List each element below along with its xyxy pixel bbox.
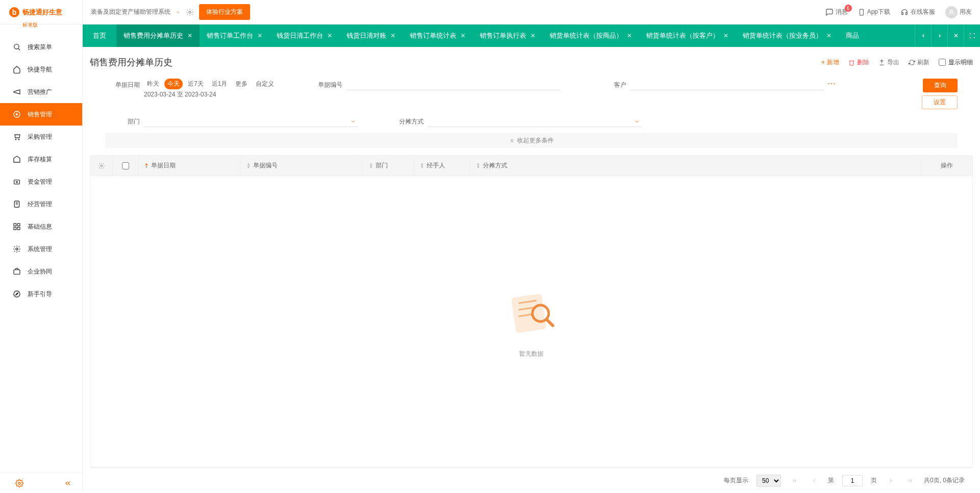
th-handler[interactable]: ▲▼经手人 (414, 156, 470, 176)
refresh-button[interactable]: 刷新 (909, 58, 929, 67)
system-name: 装备及固定资产辅助管理系统 (91, 8, 170, 16)
tab-item-7[interactable]: 销货单统计表（按客户）✕ (639, 24, 736, 47)
settings-icon[interactable] (15, 479, 23, 487)
close-icon[interactable]: ✕ (460, 32, 465, 39)
warehouse-icon (12, 155, 21, 164)
close-icon[interactable]: ✕ (257, 32, 262, 39)
show-detail-checkbox[interactable] (939, 59, 946, 66)
sidebar-item-sales[interactable]: 销售管理 (0, 103, 82, 126)
alloc-select[interactable] (428, 115, 642, 127)
close-icon[interactable]: ✕ (390, 32, 396, 39)
sidebar-item-quicknav[interactable]: 快捷导航 (0, 58, 82, 81)
sidebar-item-system[interactable]: 系统管理 (0, 238, 82, 260)
message-icon (825, 8, 834, 16)
tab-label: 销售订单统计表 (410, 31, 456, 40)
th-alloc[interactable]: ▲▼分摊方式 (470, 156, 921, 176)
user-name: 用友 (960, 8, 972, 16)
tab-item-8[interactable]: 销货单统计表（按业务员）✕ (736, 24, 839, 47)
tabs-close-all[interactable]: ✕ (947, 24, 964, 47)
tab-item-2[interactable]: 钱货日清工作台✕ (270, 24, 339, 47)
sidebar-item-search[interactable]: 搜索菜单 (0, 36, 82, 58)
sidebar-item-label: 快捷导航 (28, 65, 52, 74)
sidebar-item-label: 采购管理 (28, 133, 52, 141)
export-button[interactable]: 导出 (878, 58, 899, 67)
user-menu[interactable]: 用友 (945, 6, 972, 18)
date-opt-yesterday[interactable]: 昨天 (144, 79, 162, 89)
page-input[interactable] (842, 475, 863, 486)
dept-select[interactable] (144, 115, 358, 127)
tabs-scroll-left[interactable] (915, 24, 931, 47)
tab-label: 首页 (93, 31, 106, 40)
svg-line-29 (547, 319, 553, 326)
select-all-checkbox[interactable] (122, 162, 129, 169)
query-button[interactable]: 查询 (923, 79, 958, 92)
tabs-fullscreen[interactable] (964, 24, 980, 47)
sidebar-item-finance[interactable]: 资金管理 (0, 170, 82, 193)
close-icon[interactable]: ✕ (826, 32, 831, 39)
collapse-filters-button[interactable]: 收起更多条件 (105, 133, 958, 148)
sidebar-item-marketing[interactable]: 营销推广 (0, 81, 82, 103)
show-detail-toggle[interactable]: 显示明细 (939, 58, 973, 67)
close-icon[interactable]: ✕ (187, 32, 192, 39)
date-opt-more[interactable]: 更多 (232, 79, 251, 89)
date-opt-1m[interactable]: 近1月 (209, 79, 231, 89)
close-icon[interactable]: ✕ (530, 32, 535, 39)
date-opt-7d[interactable]: 近7天 (185, 79, 207, 89)
collapse-sidebar-icon[interactable] (64, 479, 72, 487)
chevron-down-icon (176, 10, 181, 15)
tab-item-0[interactable]: 销售费用分摊单历史✕ (116, 24, 200, 47)
tabs-scroll-right[interactable] (931, 24, 947, 47)
tab-item-3[interactable]: 钱货日清对账✕ (339, 24, 403, 47)
tab-item-5[interactable]: 销售订单执行表✕ (473, 24, 543, 47)
filter-settings-button[interactable]: 设置 (922, 95, 958, 109)
tab-item-9[interactable]: 商品 (839, 24, 866, 47)
close-icon[interactable]: ✕ (327, 32, 332, 39)
per-page-select[interactable]: 50 (756, 475, 781, 487)
sidebar-item-guide[interactable]: 新手引导 (0, 283, 82, 305)
delete-button[interactable]: 删除 (848, 58, 869, 67)
tab-label: 销货单统计表（按业务员） (743, 31, 822, 40)
filter-panel: 单据日期 昨天 今天 近7天 近1月 更多 自定义 2023 (90, 76, 973, 155)
online-service-button[interactable]: 在线客服 (900, 8, 935, 16)
th-dept[interactable]: ▲▼部门 (363, 156, 414, 176)
customer-picker-icon[interactable]: ⋯ (824, 79, 840, 88)
system-settings-icon[interactable] (186, 8, 194, 16)
sidebar-item-label: 营销推广 (28, 88, 52, 96)
messages-button[interactable]: 消息 6 (825, 8, 848, 16)
date-opt-today[interactable]: 今天 (164, 79, 183, 89)
tab-item-4[interactable]: 销售订单统计表✕ (403, 24, 473, 47)
brand-logo[interactable]: b 畅捷通好生意 (0, 0, 82, 24)
try-plan-button[interactable]: 体验行业方案 (199, 4, 250, 20)
tab-home[interactable]: 首页 (83, 24, 116, 47)
sidebar-item-collab[interactable]: 企业协同 (0, 260, 82, 283)
column-settings-button[interactable] (90, 156, 113, 176)
svg-point-23 (101, 165, 103, 167)
sidebar-item-label: 系统管理 (28, 245, 52, 254)
sidebar-item-inventory[interactable]: 库存核算 (0, 148, 82, 170)
tab-item-6[interactable]: 销货单统计表（按商品）✕ (543, 24, 639, 47)
close-icon[interactable]: ✕ (723, 32, 728, 39)
sidebar-item-basedata[interactable]: 基础信息 (0, 215, 82, 238)
page-next-button[interactable] (885, 475, 896, 486)
app-download-button[interactable]: App下载 (858, 8, 890, 16)
sidebar-item-purchase[interactable]: 采购管理 (0, 126, 82, 148)
close-icon[interactable]: ✕ (627, 32, 632, 39)
th-no[interactable]: ▲▼单据编号 (240, 156, 363, 176)
tab-item-1[interactable]: 销售订单工作台✕ (200, 24, 270, 47)
page-prev-button[interactable] (808, 475, 820, 486)
per-page-label: 每页显示 (724, 476, 748, 485)
system-selector[interactable]: 装备及固定资产辅助管理系统 (91, 8, 181, 16)
empty-text: 暂无数据 (519, 350, 544, 358)
date-opt-custom[interactable]: 自定义 (253, 79, 277, 89)
customer-input[interactable] (630, 79, 824, 90)
sidebar-item-operation[interactable]: 经营管理 (0, 193, 82, 215)
page-last-button[interactable] (904, 475, 916, 486)
page-summary: 共0页, 0条记录 (924, 476, 965, 485)
page-first-button[interactable] (789, 475, 800, 486)
online-service-label: 在线客服 (911, 8, 935, 16)
svg-marker-17 (15, 292, 18, 295)
th-date[interactable]: ▲▼单据日期 (138, 156, 240, 176)
add-button[interactable]: +新增 (821, 58, 839, 67)
doc-no-input[interactable] (347, 79, 561, 90)
select-all-checkbox-cell[interactable] (113, 156, 138, 176)
